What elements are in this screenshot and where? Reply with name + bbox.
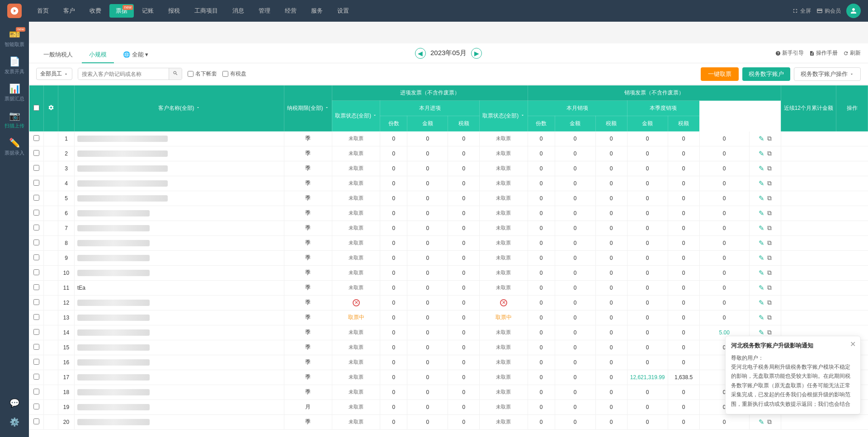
- sidebar-chat-icon[interactable]: 💬: [7, 395, 22, 411]
- nav-service[interactable]: 服务: [305, 4, 329, 18]
- row-checkbox[interactable]: [33, 210, 39, 216]
- row-checkbox[interactable]: [33, 195, 39, 201]
- cumul-link[interactable]: 5.00: [719, 329, 729, 336]
- edit-button[interactable]: ✎: [759, 164, 764, 173]
- th-sales-status[interactable]: 取票状态(全部): [480, 101, 528, 132]
- row-checkbox[interactable]: [33, 254, 39, 260]
- edit-button[interactable]: ✎: [759, 329, 764, 337]
- sidebar-item-invoice-issue[interactable]: 📄 发票开具: [2, 52, 27, 79]
- row-checkbox[interactable]: [33, 269, 39, 275]
- member-button[interactable]: 购会员: [816, 7, 841, 15]
- row-checkbox[interactable]: [33, 180, 39, 186]
- edit-button[interactable]: ✎: [759, 209, 764, 217]
- tax-digital-ops-button[interactable]: 税务数字账户操作: [794, 67, 861, 81]
- guide-button[interactable]: 新手引导: [775, 49, 804, 57]
- row-checkbox[interactable]: [33, 344, 39, 350]
- th-period[interactable]: 纳税期限(全部): [284, 85, 332, 132]
- th-income-status[interactable]: 取票状态(全部): [332, 101, 380, 132]
- search-input[interactable]: [78, 69, 169, 80]
- copy-button[interactable]: ⧉: [767, 269, 772, 277]
- period-prev-button[interactable]: ◀: [415, 48, 426, 59]
- edit-button[interactable]: ✎: [759, 239, 764, 247]
- nav-invoice[interactable]: 票据 new: [109, 4, 134, 18]
- tab-all[interactable]: 🌐 全能 ▾: [116, 47, 156, 63]
- row-checkbox[interactable]: [33, 418, 39, 424]
- sidebar-settings-icon[interactable]: ⚙️: [7, 414, 22, 430]
- edit-button[interactable]: ✎: [759, 254, 764, 262]
- th-client-name[interactable]: 客户名称(全部): [75, 85, 284, 132]
- sidebar-item-scan[interactable]: 📷 扫描上传: [2, 107, 27, 133]
- tab-small-scale[interactable]: 小规模: [82, 47, 114, 63]
- nav-business[interactable]: 工商项目: [188, 4, 224, 18]
- copy-button[interactable]: ⧉: [767, 418, 772, 426]
- sidebar-item-entry[interactable]: ✏️ 票据录入: [2, 134, 27, 160]
- popup-close-button[interactable]: ✕: [850, 340, 856, 348]
- edit-button[interactable]: ✎: [759, 224, 764, 232]
- copy-button[interactable]: ⧉: [767, 254, 772, 262]
- ledger-checkbox[interactable]: [188, 71, 193, 77]
- row-checkbox[interactable]: [33, 135, 39, 141]
- nav-home[interactable]: 首页: [31, 4, 55, 18]
- copy-button[interactable]: ⧉: [767, 135, 772, 142]
- search-button[interactable]: [169, 68, 182, 80]
- sidebar-item-smart-fetch[interactable]: 🎫 智能取票 new: [2, 25, 27, 52]
- edit-button[interactable]: ✎: [759, 179, 764, 188]
- copy-button[interactable]: ⧉: [767, 224, 772, 232]
- row-checkbox[interactable]: [33, 359, 39, 365]
- row-checkbox[interactable]: [33, 165, 39, 171]
- copy-button[interactable]: ⧉: [767, 299, 772, 306]
- copy-button[interactable]: ⧉: [767, 150, 772, 157]
- nav-operations[interactable]: 经营: [278, 4, 303, 18]
- tax-disk-checkbox-label[interactable]: 有税盘: [222, 70, 246, 78]
- edit-button[interactable]: ✎: [759, 299, 764, 307]
- row-checkbox[interactable]: [33, 329, 39, 335]
- row-checkbox[interactable]: [33, 225, 39, 230]
- tax-digital-button[interactable]: 税务数字账户: [742, 67, 790, 81]
- copy-button[interactable]: ⧉: [767, 164, 772, 172]
- edit-button[interactable]: ✎: [759, 284, 764, 292]
- nav-client[interactable]: 客户: [57, 4, 81, 18]
- sidebar-item-summary[interactable]: 📊 票据汇总: [2, 80, 27, 106]
- copy-button[interactable]: ⧉: [767, 209, 772, 217]
- row-checkbox[interactable]: [33, 284, 39, 290]
- edit-button[interactable]: ✎: [759, 150, 764, 158]
- nav-messages[interactable]: 消息: [226, 4, 250, 18]
- ledger-checkbox-label[interactable]: 名下帐套: [188, 70, 217, 78]
- tax-disk-checkbox[interactable]: [222, 71, 228, 77]
- copy-button[interactable]: ⧉: [767, 239, 772, 247]
- fullscreen-button[interactable]: 全屏: [792, 7, 811, 15]
- tab-general-taxpayer[interactable]: 一般纳税人: [36, 47, 80, 63]
- row-checkbox[interactable]: [33, 404, 39, 409]
- period-next-button[interactable]: ▶: [471, 48, 482, 59]
- debit-amount-link[interactable]: 12,621,319.99: [630, 374, 665, 381]
- copy-button[interactable]: ⧉: [767, 284, 772, 291]
- row-checkbox[interactable]: [33, 389, 39, 395]
- copy-button[interactable]: ⧉: [767, 314, 772, 321]
- row-checkbox[interactable]: [33, 299, 39, 305]
- edit-button[interactable]: ✎: [759, 314, 764, 322]
- nav-settings[interactable]: 设置: [331, 4, 355, 18]
- row-checkbox[interactable]: [33, 240, 39, 245]
- manual-button[interactable]: 操作手册: [809, 49, 838, 57]
- nav-bookkeeping[interactable]: 记账: [136, 4, 160, 18]
- copy-button[interactable]: ⧉: [767, 194, 772, 202]
- row-checkbox[interactable]: [33, 314, 39, 320]
- td-action: ✎ ⧉: [749, 310, 781, 325]
- copy-button[interactable]: ⧉: [767, 329, 772, 336]
- nav-manage[interactable]: 管理: [252, 4, 277, 18]
- edit-button[interactable]: ✎: [759, 194, 764, 202]
- app-logo[interactable]: [7, 4, 22, 18]
- user-avatar[interactable]: [846, 4, 861, 18]
- edit-button[interactable]: ✎: [759, 418, 764, 426]
- edit-button[interactable]: ✎: [759, 269, 764, 277]
- refresh-button[interactable]: 刷新: [843, 49, 861, 57]
- nav-fee[interactable]: 收费: [83, 4, 108, 18]
- quick-invoice-button[interactable]: 一键取票: [701, 67, 739, 81]
- edit-button[interactable]: ✎: [759, 135, 764, 143]
- row-checkbox[interactable]: [33, 374, 39, 380]
- copy-button[interactable]: ⧉: [767, 179, 772, 187]
- nav-tax[interactable]: 报税: [162, 4, 186, 18]
- row-checkbox[interactable]: [33, 150, 39, 156]
- select-all-checkbox[interactable]: [33, 105, 39, 111]
- employee-select[interactable]: 全部员工: [36, 68, 72, 80]
